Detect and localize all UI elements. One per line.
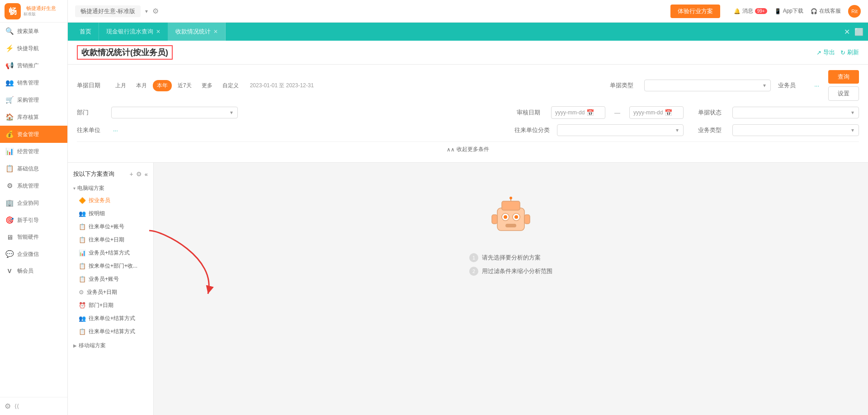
salesperson-more-icon[interactable]: ··· — [814, 82, 819, 89]
scheme-item-salesperson-settlement[interactable]: 📊 业务员+结算方式 — [68, 246, 153, 259]
tab-home[interactable]: 首页 — [72, 23, 99, 41]
export-button[interactable]: ↗ 导出 — [816, 48, 835, 57]
scheme-item-salesperson-date[interactable]: ⚙ 业务员+日期 — [68, 286, 153, 299]
sidebar-item-basic-info[interactable]: 📋 基础信息 — [0, 160, 67, 177]
user-avatar[interactable]: Rit — [848, 5, 861, 18]
sidebar-item-finance[interactable]: 💰 资金管理 — [0, 126, 67, 143]
tabs-window-controls: ✕ ⬜ — [844, 23, 863, 41]
sidebar-item-inventory[interactable]: 🏠 库存核算 — [0, 108, 67, 126]
scheme-item-icon-cp-date: 📋 — [79, 236, 86, 243]
dept-select[interactable]: ▾ — [111, 107, 238, 118]
trial-button[interactable]: 体验行业方案 — [670, 5, 720, 18]
scheme-item-cp-dept[interactable]: 📋 按来单位+部门+收... — [68, 259, 153, 273]
enterprise-icon: 🏢 — [5, 199, 14, 207]
date-pill-this-month[interactable]: 本月 — [132, 80, 151, 91]
tab-collection-stats-label: 收款情况统计 — [175, 28, 211, 36]
tab-collection-stats[interactable]: 收款情况统计 ✕ — [168, 23, 226, 41]
review-date-to-picker[interactable]: yyyy-mm-dd 📅 — [629, 106, 684, 119]
scheme-settings-icon[interactable]: ⚙ — [136, 170, 142, 178]
refresh-label: 刷新 — [847, 48, 859, 57]
customer-service-label: 在线客服 — [819, 7, 841, 15]
scheme-group-label-mobile: 移动端方案 — [79, 342, 106, 349]
sidebar-item-purchase[interactable]: 🛒 采购管理 — [0, 91, 67, 108]
sidebar-label-marketing: 营销推广 — [17, 62, 39, 70]
customer-service-group[interactable]: 🎧 在线客服 — [811, 7, 841, 15]
counterparty-type-select[interactable]: ▾ — [557, 124, 684, 136]
date-pill-more[interactable]: 更多 — [198, 80, 217, 91]
scheme-header-icons: + ⚙ « — [130, 170, 148, 178]
sidebar-item-smart-hw[interactable]: 🖥 智能硬件 — [0, 229, 67, 245]
doc-status-select[interactable]: ▾ — [732, 107, 859, 118]
tab-bank-flow-label: 现金银行流水查询 — [106, 28, 153, 36]
scheme-header: 按以下方案查询 + ⚙ « — [68, 167, 153, 181]
review-date-from-picker[interactable]: yyyy-mm-dd 📅 — [551, 106, 605, 119]
sidebar-item-system[interactable]: ⚙ 系统管理 — [0, 177, 67, 194]
tab-collection-stats-close[interactable]: ✕ — [213, 28, 218, 35]
member-icon: V — [5, 268, 14, 274]
date-pill-custom[interactable]: 自定义 — [218, 80, 243, 91]
finance-icon: 💰 — [5, 130, 14, 138]
scheme-item-counterparty-date[interactable]: 📋 往来单位+日期 — [68, 233, 153, 246]
collapse-sidebar-icon[interactable]: ⟨⟨ — [14, 403, 19, 410]
robot-illustration — [484, 190, 538, 244]
sidebar-item-member[interactable]: V 畅会员 — [0, 263, 67, 279]
topbar-chevron-icon[interactable]: ▾ — [145, 8, 148, 14]
query-button[interactable]: 查询 — [828, 70, 859, 84]
scheme-item-cp-settlement1[interactable]: 👥 往来单位+结算方式 — [68, 312, 153, 325]
scheme-item-salesperson-account[interactable]: 📋 业务员+账号 — [68, 273, 153, 286]
counterparty-more-icon[interactable]: ··· — [113, 127, 118, 134]
topbar-gear-icon[interactable]: ⚙ — [152, 7, 159, 15]
sidebar-label-finance: 资金管理 — [17, 131, 39, 138]
tab-bar: 首页 现金银行流水查询 ✕ 收款情况统计 ✕ ✕ ⬜ — [68, 23, 868, 41]
sidebar-label-quick-nav: 快捷导航 — [17, 45, 39, 52]
date-pills: 上月 本月 本年 近7天 更多 自定义 — [111, 80, 243, 91]
sidebar-item-quick-nav[interactable]: ⚡ 快捷导航 — [0, 40, 67, 57]
sidebar-item-guide[interactable]: 🎯 新手引导 — [0, 212, 67, 229]
scheme-add-icon[interactable]: + — [130, 170, 133, 178]
hint-text-1: 请先选择要分析的方案 — [482, 254, 541, 262]
tab-home-label: 首页 — [80, 28, 91, 36]
scheme-item-counterparty-account[interactable]: 📋 往来单位+账号 — [68, 220, 153, 233]
notification-group[interactable]: 🔔 消息 99+ — [734, 7, 767, 15]
settings-button[interactable]: 设置 — [828, 86, 859, 101]
scheme-item-dept-date[interactable]: ⏰ 部门+日期 — [68, 299, 153, 312]
sidebar-label-system: 系统管理 — [17, 182, 39, 190]
date-pill-this-year[interactable]: 本年 — [153, 80, 172, 91]
topbar: 畅捷通好生意-标准版 ▾ ⚙ 体验行业方案 🔔 消息 99+ 📱 App下载 🎧… — [68, 0, 868, 23]
window-close-icon[interactable]: ✕ — [844, 28, 850, 36]
settings-bottom-icon[interactable]: ⚙ — [5, 402, 11, 410]
svg-rect-1 — [502, 201, 520, 210]
app-download-group[interactable]: 📱 App下载 — [774, 7, 803, 15]
scheme-item-by-detail[interactable]: 👥 按明细 — [68, 207, 153, 220]
quick-nav-icon: ⚡ — [5, 44, 14, 52]
smart-hw-icon: 🖥 — [5, 233, 14, 241]
scheme-group-header-mobile[interactable]: ▶ 移动端方案 — [68, 340, 153, 351]
scheme-item-cp-settlement2[interactable]: 📋 往来单位+结算方式 — [68, 325, 153, 338]
scheme-group-header-desktop[interactable]: ▾ 电脑端方案 — [68, 183, 153, 194]
sidebar-label-sales: 销售管理 — [17, 79, 39, 87]
sidebar-item-enterprise[interactable]: 🏢 企业协同 — [0, 194, 67, 212]
date-pill-last-7days[interactable]: 近7天 — [174, 80, 196, 91]
scheme-item-by-salesperson[interactable]: 🔶 按业务员 — [68, 194, 153, 207]
biz-type-select[interactable]: ▾ — [732, 124, 859, 136]
biz-type-arrow: ▾ — [851, 127, 854, 133]
sidebar-item-wechat[interactable]: 💬 企业微信 — [0, 245, 67, 263]
tab-bank-flow[interactable]: 现金银行流水查询 ✕ — [99, 23, 168, 41]
sidebar-item-operations[interactable]: 📊 经营管理 — [0, 143, 67, 160]
window-maximize-icon[interactable]: ⬜ — [854, 28, 863, 36]
collapse-bar[interactable]: ∧∧ 收起更多条件 — [77, 141, 859, 157]
svg-point-4 — [504, 215, 507, 219]
doc-type-select[interactable]: ▾ — [644, 80, 771, 91]
sidebar-item-sales[interactable]: 👥 销售管理 — [0, 74, 67, 91]
sidebar-item-marketing[interactable]: 📢 营销推广 — [0, 57, 67, 74]
tab-bank-flow-close[interactable]: ✕ — [156, 28, 160, 35]
scheme-item-label-detail: 按明细 — [89, 210, 105, 217]
scheme-group-label-desktop: 电脑端方案 — [77, 184, 104, 192]
scheme-collapse-icon[interactable]: « — [145, 171, 148, 178]
refresh-button[interactable]: ↻ 刷新 — [840, 48, 859, 57]
date-pill-last-month[interactable]: 上月 — [111, 80, 130, 91]
scheme-group-mobile: ▶ 移动端方案 — [68, 340, 153, 351]
sidebar-label-purchase: 采购管理 — [17, 96, 39, 104]
date-dash: — — [614, 109, 620, 116]
sidebar-item-search-menu[interactable]: 🔍 搜索菜单 — [0, 23, 67, 40]
